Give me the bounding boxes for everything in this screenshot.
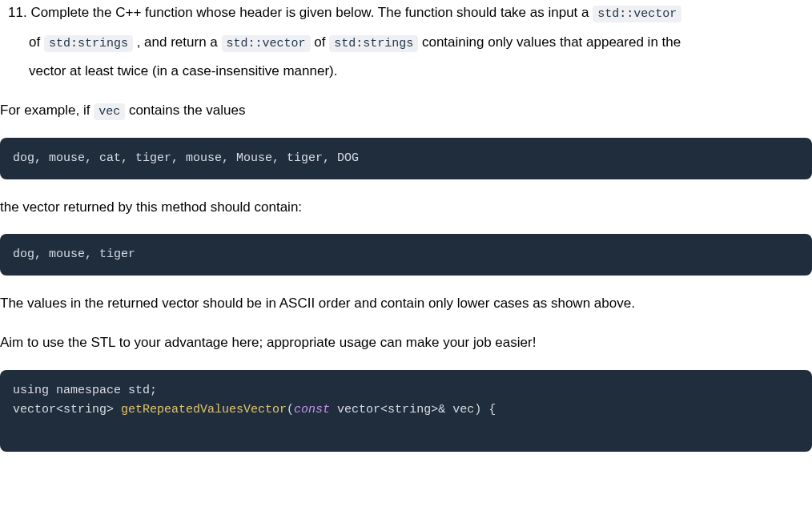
question-text-2c: of	[314, 34, 329, 50]
code-block-output: dog, mouse, tiger	[0, 234, 812, 276]
para-ascii: The values in the returned vector should…	[0, 292, 812, 316]
code-output-text: dog, mouse, tiger	[13, 247, 135, 261]
question-text-1: Complete the C++ function whose header i…	[30, 5, 593, 20]
code-input-text: dog, mouse, cat, tiger, mouse, Mouse, ti…	[13, 151, 359, 165]
question-number: 11.	[8, 5, 27, 20]
para-example-prefix: For example, if	[0, 103, 94, 118]
para-example-suffix: contains the values	[129, 103, 246, 118]
question-line-3: vector at least twice (in a case-insensi…	[0, 58, 812, 84]
para-stl: Aim to use the STL to your advantage her…	[0, 331, 812, 356]
question-text-3: vector at least twice (in a case-insensi…	[29, 63, 338, 78]
code-rest: vector<string>& vec) {	[330, 403, 496, 416]
code-using: using namespace	[13, 384, 128, 397]
code-paren-open: (	[287, 403, 294, 416]
question-text-2d: containing only values that appeared in …	[422, 34, 681, 50]
code-block-function: using namespace std; vector<string> getR…	[0, 370, 812, 452]
code-line-1: using namespace std;	[13, 381, 799, 400]
code-const: const	[294, 403, 330, 416]
inline-code-vec: vec	[94, 103, 125, 120]
code-std: std	[128, 384, 150, 397]
code-semi: ;	[150, 384, 157, 397]
question-text-2a: of	[29, 34, 44, 50]
inline-code-std-strings-1: std:strings	[44, 35, 133, 52]
code-vector-string: vector<string>	[13, 403, 121, 416]
inline-code-std-vector-1: std::vector	[593, 6, 681, 22]
question-line-2: of std:strings , and return a std::vecto…	[0, 30, 812, 56]
para-example: For example, if vec contains the values	[0, 99, 812, 123]
code-line-2: vector<string> getRepeatedValuesVector(c…	[13, 400, 799, 420]
code-function-name: getRepeatedValuesVector	[121, 403, 287, 416]
inline-code-std-vector-2: std::vector	[222, 35, 311, 52]
para-returned: the vector returned by this method shoul…	[0, 195, 812, 220]
question-line-1: 11. Complete the C++ function whose head…	[0, 0, 812, 26]
inline-code-std-strings-2: std:strings	[329, 35, 418, 52]
question-content: 11. Complete the C++ function whose head…	[0, 0, 812, 452]
question-text-2b: , and return a	[137, 34, 222, 50]
code-block-input: dog, mouse, cat, tiger, mouse, Mouse, ti…	[0, 138, 812, 179]
